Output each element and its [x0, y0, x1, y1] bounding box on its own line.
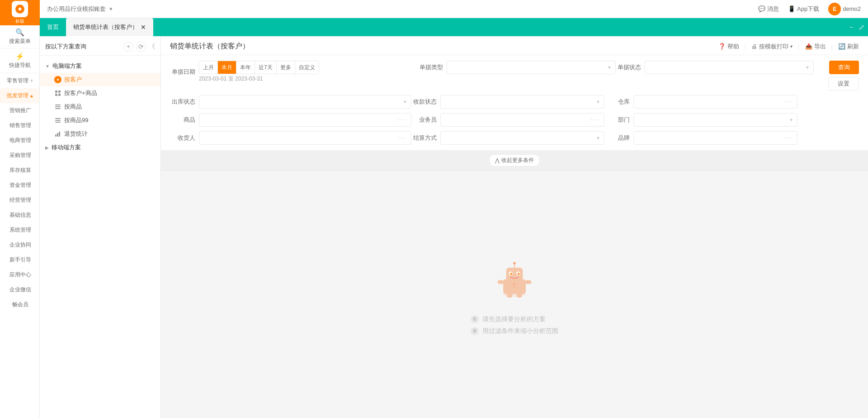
empty-text-container: ① 请先选择要分析的方案 ② 用过滤条件来缩小分析范围 — [471, 315, 558, 335]
tab-report-label: 销货单统计表（按客户） — [73, 23, 138, 31]
date-tab-more[interactable]: 更多 — [277, 61, 295, 74]
sidebar-item-finance[interactable]: 资金管理 — [0, 178, 39, 193]
refresh-btn[interactable]: 🔄 刷新 — [838, 43, 859, 51]
add-scheme-btn[interactable]: ＋ — [123, 42, 133, 52]
order-type-dropdown[interactable]: ▾ — [447, 61, 616, 74]
tree-child-by-goods-99[interactable]: 按商品99 — [40, 114, 160, 127]
sidebar: 标版 🔍 搜索菜单 ⚡ 快捷导航 零售管理 ▼ 批发管理 ▲ 营销推广 销售管理… — [0, 0, 40, 418]
svg-rect-8 — [55, 118, 61, 119]
settings-button[interactable]: 设置 — [828, 77, 859, 90]
left-panel-header: 按以下方案查询 ＋ ⟳ 《 — [40, 36, 160, 56]
export-label: 导出 — [814, 43, 826, 51]
search-menu-btn[interactable]: 🔍 搜索菜单 — [9, 28, 31, 45]
hint-text-1: 请先选择要分析的方案 — [482, 315, 546, 323]
settlement-filter-group: 结算方式 ▾ — [411, 131, 604, 145]
help-btn[interactable]: ❓ 帮助 — [718, 43, 739, 51]
date-filter-group: 单据日期 上月 本月 本年 近7天 更多 自定义 2023-03-01 至 20… — [170, 61, 418, 83]
collapse-left-panel-btn[interactable]: 《 — [149, 43, 155, 51]
svg-rect-3 — [55, 94, 57, 96]
tree-child-by-goods-label: 按商品 — [64, 103, 82, 111]
sidebar-item-ecommerce[interactable]: 电商管理 — [0, 133, 39, 148]
tree-arrow-desktop: ▼ — [45, 64, 50, 69]
svg-text:?: ? — [513, 282, 516, 289]
sidebar-item-wholesale[interactable]: 批发管理 ▲ — [0, 88, 39, 103]
collapse-conditions-btn[interactable]: ⋀ 收起更多条件 — [489, 154, 540, 166]
department-dropdown[interactable]: ▾ — [633, 113, 797, 127]
tab-maximize-icon[interactable]: ⤢ — [859, 23, 864, 32]
svg-rect-6 — [55, 106, 61, 107]
template-print-btn[interactable]: 🖨 按模板打印 ▾ — [751, 43, 793, 51]
svg-rect-7 — [55, 108, 61, 109]
sidebar-item-retail[interactable]: 零售管理 ▼ — [0, 73, 39, 88]
hint-number-2: ② — [471, 327, 479, 335]
page-title-bar: 销货单统计表（按客户） ❓ 帮助 | 🖨 按模板打印 ▾ | 📤 — [161, 36, 868, 55]
header-dropdown-icon[interactable]: ▾ — [109, 5, 113, 12]
left-panel-title: 按以下方案查询 — [45, 43, 86, 51]
date-tab-7days[interactable]: 近7天 — [255, 61, 277, 74]
sidebar-item-member[interactable]: 畅会员 — [0, 297, 39, 312]
tree-child-by-customer-goods[interactable]: 按客户+商品 — [40, 86, 160, 100]
sidebar-item-appstore-label: 应用中心 — [9, 271, 31, 279]
quick-nav-btn[interactable]: ⚡ 快捷导航 — [0, 48, 39, 73]
date-tab-last-month[interactable]: 上月 — [199, 61, 218, 74]
sidebar-item-wechat[interactable]: 企业微信 — [0, 282, 39, 297]
warehouse-filter[interactable]: ··· — [633, 95, 797, 109]
sidebar-item-system[interactable]: 系统管理 — [0, 223, 39, 238]
brand-filter[interactable]: ··· — [633, 131, 797, 145]
sidebar-item-basic[interactable]: 基础信息 — [0, 208, 39, 223]
tree-child-return-stats-label: 退货统计 — [64, 130, 88, 138]
svg-rect-5 — [55, 104, 61, 105]
tree-child-by-goods[interactable]: 按商品 — [40, 100, 160, 114]
tab-minimize-icon[interactable]: － — [848, 23, 855, 32]
order-status-dropdown[interactable]: ▾ — [645, 61, 814, 74]
sidebar-item-sales[interactable]: 销售管理 — [0, 118, 39, 133]
settlement-dropdown[interactable]: ▾ — [440, 131, 604, 145]
sidebar-item-appstore[interactable]: 应用中心 — [0, 267, 39, 282]
ship-status-dropdown[interactable]: ▾ — [199, 95, 411, 109]
tree-child-return-stats[interactable]: 退货统计 — [40, 127, 160, 141]
left-panel-actions: ＋ ⟳ 《 — [123, 42, 155, 52]
sidebar-item-inventory[interactable]: 库存核算 — [0, 163, 39, 178]
app-download-icon: 📱 — [788, 5, 795, 12]
payment-status-dropdown[interactable]: ▾ — [440, 95, 604, 109]
tree-parent-desktop[interactable]: ▼ 电脑端方案 — [40, 59, 160, 73]
query-button[interactable]: 查询 — [829, 61, 859, 74]
app-download-btn[interactable]: 📱 App下载 — [788, 5, 819, 13]
order-status-arrow: ▾ — [806, 64, 809, 71]
tab-close-icon[interactable]: ✕ — [141, 24, 146, 30]
tab-home[interactable]: 首页 — [40, 18, 66, 36]
sidebar-item-wholesale-label: 批发管理 — [7, 92, 28, 100]
date-tab-this-month[interactable]: 本月 — [218, 61, 236, 74]
date-tab-this-year[interactable]: 本年 — [236, 61, 255, 74]
salesperson-dots-icon: ··· — [591, 116, 599, 124]
user-menu[interactable]: E demo2 — [828, 3, 861, 15]
order-type-filter-group: 单据类型 ▾ — [418, 61, 616, 74]
sidebar-item-purchase[interactable]: 采购管理 — [0, 148, 39, 163]
goods-filter-group: 商品 ··· — [170, 113, 411, 127]
sidebar-item-marketing[interactable]: 营销推广 — [0, 103, 39, 118]
date-tab-custom[interactable]: 自定义 — [295, 61, 319, 74]
scheme-icon-customer-goods — [54, 90, 61, 97]
export-btn[interactable]: 📤 导出 — [805, 43, 826, 51]
department-arrow: ▾ — [790, 117, 793, 123]
message-btn[interactable]: 💬 消息 — [758, 5, 779, 13]
tab-report[interactable]: 销货单统计表（按客户） ✕ — [66, 18, 153, 36]
sidebar-item-enterprise[interactable]: 企业协同 — [0, 238, 39, 252]
svg-rect-4 — [58, 94, 61, 96]
message-label: 消息 — [767, 5, 779, 13]
refresh-scheme-btn[interactable]: ⟳ — [136, 42, 146, 52]
top-header: 办公用品行业模拟账套 ▾ 💬 消息 📱 App下载 E demo2 — [40, 0, 868, 18]
empty-hint-1: ① 请先选择要分析的方案 — [471, 315, 558, 323]
sidebar-item-member-label: 畅会员 — [12, 301, 28, 309]
order-type-label: 单据类型 — [418, 63, 447, 71]
goods-filter[interactable]: ··· — [199, 113, 411, 127]
receiver-filter[interactable]: ··· — [199, 131, 411, 145]
warehouse-label: 仓库 — [604, 98, 633, 106]
svg-rect-16 — [506, 267, 523, 280]
tree-child-by-customer[interactable]: ● 按客户 — [40, 73, 160, 86]
tree-parent-mobile[interactable]: ▶ 移动端方案 — [40, 141, 160, 154]
sidebar-item-operations[interactable]: 经营管理 — [0, 193, 39, 208]
hint-text-2: 用过滤条件来缩小分析范围 — [482, 327, 558, 335]
salesperson-filter[interactable]: ··· — [440, 113, 604, 127]
sidebar-item-newbie[interactable]: 新手引导 — [0, 252, 39, 267]
